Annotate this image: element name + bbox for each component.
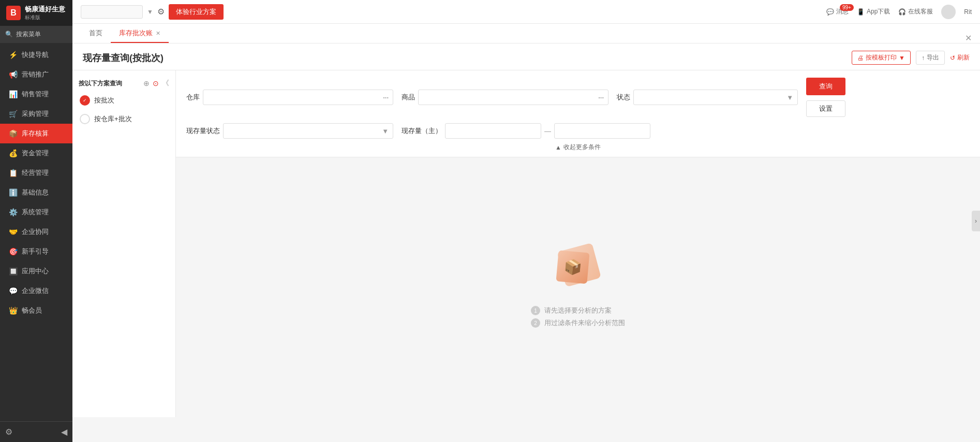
scheme-radio-by-warehouse-batch	[80, 114, 90, 124]
apps-icon: 🔲	[8, 267, 18, 276]
scheme-item-by-batch[interactable]: ✓ 按批次	[72, 91, 175, 110]
collapse-panel-icon[interactable]: 《	[162, 79, 169, 88]
tip-num-1: 1	[531, 306, 540, 315]
tip-text-1: 请先选择要分析的方案	[544, 306, 612, 315]
collapse-up-icon: ▲	[555, 144, 561, 151]
warehouse-filter-label: 仓库	[186, 93, 200, 102]
result-section: 📦 1 请先选择要分析的方案 2 用过滤条件来缩小分析范围	[176, 157, 980, 417]
page-actions: 🖨 按模板打印 ▼ ↑ 导出 ↺ 刷新	[852, 51, 970, 65]
settings-button[interactable]: 设置	[806, 100, 845, 117]
product-dots-icon[interactable]: ···	[594, 94, 608, 101]
sidebar-item-inventory[interactable]: 📦 库存核算	[0, 124, 72, 143]
messages-button[interactable]: 💬 消息 99+	[826, 7, 849, 16]
empty-state: 📦 1 请先选择要分析的方案 2 用过滤条件来缩小分析范围	[176, 213, 980, 362]
app-download-label: App下载	[867, 7, 890, 16]
sidebar: B 畅康通好生意 标准版 🔍 搜索菜单 ⚡ 快捷导航 📢 营销推广 📊 销售管理	[0, 0, 72, 442]
print-chevron-icon: ▼	[899, 54, 905, 62]
online-service-button[interactable]: 🎧 在线客服	[898, 7, 933, 16]
sidebar-item-label: 企业微信	[22, 286, 49, 296]
range-dash: —	[544, 127, 551, 135]
side-collapse-button[interactable]: ›	[972, 211, 980, 231]
tab-inventory-batch[interactable]: 库存批次账 ✕	[111, 24, 169, 43]
refresh-button[interactable]: ↺ 刷新	[950, 53, 970, 62]
page-content: 现存量查询(按批次) 🖨 按模板打印 ▼ ↑ 导出 ↺ 刷新	[72, 43, 980, 442]
collapse-label: 收起更多条件	[563, 143, 601, 152]
stock-qty-label: 现存量（主）	[402, 126, 442, 136]
close-panel-icon[interactable]: ✕	[965, 33, 972, 43]
product-input[interactable]	[419, 94, 594, 101]
empty-tip-2: 2 用过滤条件来缩小分析范围	[531, 318, 625, 328]
sidebar-item-sales[interactable]: 📊 销售管理	[0, 84, 72, 104]
sidebar-item-label: 销售管理	[22, 90, 49, 99]
collapse-sidebar-icon[interactable]: ◀	[61, 427, 67, 437]
app-logo: B	[6, 6, 21, 20]
sidebar-item-label: 快捷导航	[22, 50, 49, 60]
sidebar-footer: ⚙ ◀	[0, 421, 72, 442]
sidebar-item-member[interactable]: 👑 畅会员	[0, 301, 72, 320]
left-panel-icons: ⊕ ⊙ 《	[143, 79, 169, 88]
tab-home[interactable]: 首页	[81, 24, 111, 43]
refresh-icon: ↺	[950, 54, 955, 62]
export-button[interactable]: ↑ 导出	[916, 51, 945, 65]
chevron-down-icon[interactable]: ▼	[147, 8, 153, 16]
breadcrumb-input[interactable]	[81, 5, 143, 19]
stock-qty-from[interactable]	[445, 123, 541, 139]
top-bar: ▼ ⚙ 体验行业方案 💬 消息 99+ 📱 App下载 🎧 在线客服	[72, 0, 980, 24]
sidebar-item-wechat[interactable]: 💬 企业微信	[0, 281, 72, 301]
sidebar-item-system[interactable]: ⚙️ 系统管理	[0, 202, 72, 222]
stock-status-chevron-icon: ▼	[382, 127, 389, 135]
enterprise-icon: 🤝	[8, 227, 18, 237]
stock-qty-to[interactable]	[554, 123, 650, 139]
member-icon: 👑	[8, 306, 18, 315]
gear-icon[interactable]: ⚙	[157, 7, 165, 17]
export-label: 导出	[927, 53, 939, 62]
purchase-icon: 🛒	[8, 109, 18, 119]
headset-icon: 🎧	[898, 8, 906, 16]
sidebar-item-basic[interactable]: ℹ️ 基础信息	[0, 183, 72, 202]
tab-bar: 首页 库存批次账 ✕ ✕	[72, 24, 980, 43]
settings-scheme-icon[interactable]: ⊙	[153, 79, 159, 87]
sidebar-nav: ⚡ 快捷导航 📢 营销推广 📊 销售管理 🛒 采购管理 📦 库存核算 💰	[0, 43, 72, 421]
scheme-item-by-warehouse-batch[interactable]: 按仓库+批次	[72, 110, 175, 128]
app-download-button[interactable]: 📱 App下载	[857, 7, 890, 16]
tab-close-icon[interactable]: ✕	[156, 30, 160, 37]
search-menu-item[interactable]: 🔍 搜索菜单	[0, 26, 72, 43]
query-button[interactable]: 查询	[806, 78, 845, 95]
sidebar-item-label: 新手引导	[22, 247, 49, 256]
scheme-label-by-batch: 按批次	[94, 96, 114, 105]
user-avatar[interactable]	[941, 5, 956, 19]
add-scheme-icon[interactable]: ⊕	[143, 79, 150, 87]
search-icon: 🔍	[5, 31, 13, 38]
top-bar-left: ▼ ⚙ 体验行业方案	[81, 4, 821, 20]
sidebar-item-finance[interactable]: 💰 资金管理	[0, 143, 72, 163]
top-bar-right: 💬 消息 99+ 📱 App下载 🎧 在线客服 Rit	[826, 5, 972, 19]
content-area: 仓库 ··· 商品 ···	[176, 70, 980, 417]
settings-icon[interactable]: ⚙	[5, 427, 12, 437]
refresh-label: 刷新	[957, 53, 970, 62]
page-title: 现存量查询(按批次)	[83, 52, 164, 64]
sidebar-item-operation[interactable]: 📋 经营管理	[0, 163, 72, 183]
sidebar-item-apps[interactable]: 🔲 应用中心	[0, 261, 72, 281]
left-panel-title: 按以下方案查询	[79, 79, 122, 88]
operation-icon: 📋	[8, 168, 18, 178]
sidebar-item-quick-nav[interactable]: ⚡ 快捷导航	[0, 45, 72, 65]
sidebar-item-newbie[interactable]: 🎯 新手引导	[0, 242, 72, 261]
sidebar-item-label: 系统管理	[22, 208, 49, 217]
sidebar-item-enterprise[interactable]: 🤝 企业协同	[0, 222, 72, 242]
sidebar-item-marketing[interactable]: 📢 营销推广	[0, 65, 72, 84]
warehouse-input[interactable]	[203, 94, 379, 101]
service-label: 在线客服	[908, 7, 933, 16]
basic-icon: ℹ️	[8, 188, 18, 197]
marketing-icon: 📢	[8, 70, 18, 79]
main-layout: 按以下方案查询 ⊕ ⊙ 《 ✓ 按批次 按仓库+批次	[72, 70, 980, 417]
warehouse-dots-icon[interactable]: ···	[379, 94, 393, 101]
tab-home-label: 首页	[89, 28, 102, 38]
tip-text-2: 用过滤条件来缩小分析范围	[544, 318, 625, 328]
phone-icon: 📱	[857, 8, 865, 16]
collapse-filter-button[interactable]: ▲ 收起更多条件	[186, 143, 970, 152]
print-label: 按模板打印	[866, 53, 897, 62]
sidebar-item-label: 畅会员	[22, 306, 42, 315]
print-button[interactable]: 🖨 按模板打印 ▼	[852, 51, 911, 65]
sidebar-item-purchase[interactable]: 🛒 采购管理	[0, 104, 72, 124]
trial-button[interactable]: 体验行业方案	[169, 4, 224, 20]
